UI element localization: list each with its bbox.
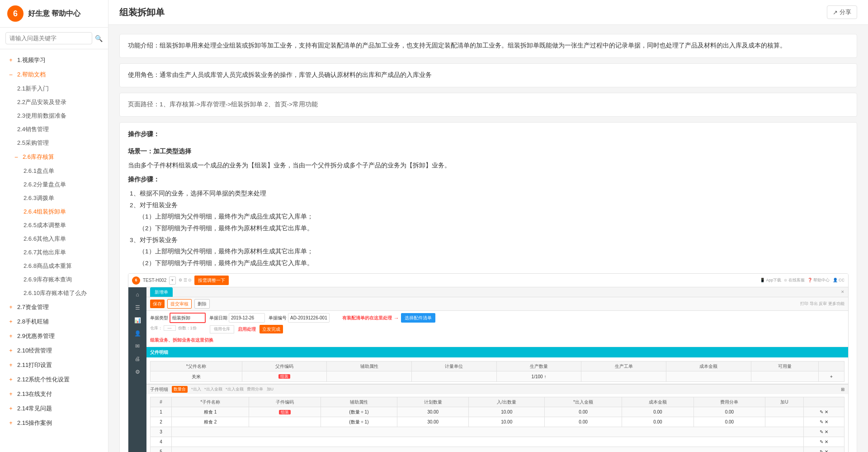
sidebar-item-2-6-4[interactable]: 2.6.4组装拆卸单 bbox=[0, 205, 108, 219]
ss-annotation2-label-row: 组装业务、拆卸业务在这里切换 bbox=[150, 335, 844, 345]
sidebar-item-2-6-10[interactable]: 2.6.10库存账本错了么办 bbox=[0, 286, 108, 300]
share-label: 分享 bbox=[840, 8, 851, 16]
sidebar-item-2-6-5[interactable]: 2.6.5成本调整单 bbox=[0, 219, 108, 232]
sidebar-item-2-3[interactable]: 2.3使用前数据准备 bbox=[0, 109, 108, 123]
ss-annotation1-container: 有装配清单的在这里处理 → 选择配件清单 bbox=[342, 313, 435, 323]
ss-top-th-7: 可用量 bbox=[751, 362, 818, 371]
sub-steps-disassemble: （1）上部明细为父件明细，最终作为原材料生成其它出库单； （2）下部明细为子件明… bbox=[137, 246, 849, 269]
ss-top-th-5: 生产工单 bbox=[581, 362, 666, 371]
ss-bt-row1-plan: 30.00 bbox=[397, 407, 469, 417]
sidebar-item-2-10[interactable]: + 2.10经营管理 bbox=[0, 343, 108, 358]
sidebar-item-2-7[interactable]: + 2.7资金管理 bbox=[0, 300, 108, 314]
sidebar-item-2-13[interactable]: + 2.13在线支付 bbox=[0, 387, 108, 401]
ss-no-label: 单据编号 bbox=[269, 314, 287, 322]
sidebar-2-7-label: 2.7资金管理 bbox=[17, 303, 49, 311]
ss-top-td-ops: + bbox=[819, 371, 844, 381]
ss-top-th-6: 成本金额 bbox=[666, 362, 751, 371]
ss-annotation1-text: 有装配清单的在这里处理 bbox=[342, 314, 392, 322]
sidebar-item-2-6-1[interactable]: 2.6.1盘点单 bbox=[0, 164, 108, 178]
ss-bt-1: *子件名称 bbox=[172, 397, 249, 407]
ss-no-value[interactable]: AD-20191226-001 bbox=[288, 313, 330, 323]
sidebar-item-2-1[interactable]: 2.1新手入门 bbox=[0, 82, 108, 95]
ss-annotation1-arrow: → bbox=[394, 314, 399, 323]
share-icon: ↗ bbox=[833, 9, 838, 16]
sidebar-2-12-label: 2.12系统个性化设置 bbox=[17, 376, 70, 384]
ss-bt-row3-empty bbox=[172, 427, 804, 437]
step-1: 1、根据不同的业务，选择不同单据的类型来处理 bbox=[128, 188, 849, 200]
sidebar-2-14-label: 2.14常见问题 bbox=[17, 404, 52, 413]
table-row: 1 粮食 1 组装 (数量 ÷ 1) 30.00 10.00 bbox=[151, 407, 844, 417]
search-icon[interactable]: 🔍 bbox=[95, 35, 103, 42]
ss-toolbar-extra: 打印 导出 反审 更多功能 bbox=[800, 300, 844, 307]
ss-bottom-section-label: 子件明细 bbox=[150, 385, 168, 393]
sidebar-item-2-15[interactable]: + 2.15操作案例 bbox=[0, 416, 108, 430]
sidebar-item-2-8[interactable]: + 2.8手机旺辅 bbox=[0, 314, 108, 329]
ss-tab-new[interactable]: 新增单 bbox=[150, 287, 173, 297]
ss-date-value[interactable]: 2019-12-26 bbox=[229, 313, 265, 323]
sidebar-item-2-2[interactable]: 2.2产品安装及登录 bbox=[0, 95, 108, 109]
share-button[interactable]: ↗ 分享 bbox=[827, 5, 857, 19]
sidebar-item-2-5[interactable]: 2.5采购管理 bbox=[0, 136, 108, 150]
ss-bt-row2-plan: 30.00 bbox=[397, 417, 469, 427]
disassemble-step-2: （2）下部明细为子件明细，最终作为产成品生成其它入库单。 bbox=[137, 257, 849, 269]
ss-type-value[interactable]: 组装拆卸 bbox=[170, 313, 206, 323]
sidebar-item-2-11[interactable]: + 2.11打印设置 bbox=[0, 358, 108, 372]
plus-icon-2-10: + bbox=[7, 347, 14, 354]
sidebar-2-10-label: 2.10经营管理 bbox=[17, 347, 52, 355]
ss-bt-0: # bbox=[151, 397, 172, 407]
sidebar-section-1-label: 1.视频学习 bbox=[17, 56, 46, 64]
search-input[interactable] bbox=[5, 32, 92, 44]
ss-top-td-name: 关米 bbox=[151, 371, 242, 381]
ss-top-th-2: 辅助属性 bbox=[327, 362, 412, 371]
ss-dropdown[interactable]: ▾ bbox=[169, 276, 176, 284]
ss-confirm-btn[interactable]: 立发完成 bbox=[259, 325, 283, 333]
logo-icon: 6 bbox=[7, 5, 24, 22]
step-3: 3、对于拆装业务 bbox=[128, 234, 849, 246]
sidebar-item-2-4[interactable]: 2.4销售管理 bbox=[0, 123, 108, 136]
sidebar-item-2-6-2[interactable]: 2.6.2分量盘点单 bbox=[0, 178, 108, 191]
sidebar-item-2-6-7[interactable]: 2.6.7其他出库单 bbox=[0, 246, 108, 259]
sidebar-item-2-6[interactable]: – 2.6库存核算 bbox=[0, 150, 108, 164]
ss-nav-setting: ⚙ bbox=[135, 367, 140, 376]
ss-top-table-container: *父件名称 父件编码 辅助属性 计量单位 生产数量 生产工单 成本金额 可用量 bbox=[146, 357, 848, 383]
ss-warehouse-select[interactable]: 领用仓库 bbox=[210, 325, 234, 333]
ss-submit-btn[interactable]: 提交审核 bbox=[167, 299, 192, 309]
ss-nav-chart: 📊 bbox=[134, 316, 141, 325]
sidebar-item-2-12[interactable]: + 2.12系统个性化设置 bbox=[0, 372, 108, 387]
ss-bt-row1-fee: 0.00 bbox=[693, 407, 765, 417]
sidebar-item-docs[interactable]: – 2.帮助文档 bbox=[0, 67, 108, 82]
ss-top-td-code: 组装 bbox=[242, 371, 327, 381]
ss-bt-row4-num: 4 bbox=[151, 437, 172, 447]
ss-right-icons: 📱 App下载 ⊙ 在线客服 ❓ 帮助中心 👤 CC bbox=[760, 277, 844, 284]
ss-bt-row2-attr: (数量 ÷ 1) bbox=[321, 417, 397, 427]
sidebar-header: 6 好生意 帮助中心 bbox=[0, 0, 108, 28]
sidebar-item-2-14[interactable]: + 2.14常见问题 bbox=[0, 401, 108, 416]
page-title: 组装拆卸单 bbox=[119, 6, 165, 19]
table-row: 关米 组装 1/100 ↑ bbox=[151, 371, 844, 381]
ss-delete-btn[interactable]: 删除 bbox=[194, 299, 210, 309]
ss-topbar-btn[interactable]: 按需调整一下 bbox=[194, 276, 229, 285]
ss-bt-row2-ops: ✎ ✕ bbox=[804, 417, 844, 427]
sidebar-item-2-9[interactable]: + 2.9优惠券管理 bbox=[0, 329, 108, 343]
sidebar-item-video[interactable]: + 1.视频学习 bbox=[0, 53, 108, 67]
ss-bottom-section-label-row: 子件明细 数量合 *出入 *出入金额 *出入金额 费用分单 加U ⊞ bbox=[146, 384, 848, 394]
ss-top-th-4: 生产数量 bbox=[496, 362, 581, 371]
ss-annotation2-text: 组装业务、拆卸业务在这里切换 bbox=[150, 336, 213, 344]
ss-save-btn[interactable]: 保存 bbox=[150, 300, 165, 308]
sidebar-item-2-6-3[interactable]: 2.6.3调拨单 bbox=[0, 191, 108, 205]
ss-date-label: 单据日期 bbox=[209, 314, 227, 322]
ss-nav-user: 👤 bbox=[134, 329, 141, 338]
screenshot-wrap: 6 TEST-H002 ▾ ⚙ ☰ ⊙ 按需调整一下 📱 App下载 ⊙ 在线客… bbox=[128, 274, 848, 452]
ss-bt-row1-name: 粮食 1 bbox=[172, 407, 249, 417]
ss-config-btn[interactable]: 选择配件清单 bbox=[401, 313, 435, 323]
sidebar-item-2-6-6[interactable]: 2.6.6其他入库单 bbox=[0, 232, 108, 246]
ss-close-icon[interactable]: ✕ bbox=[841, 289, 844, 295]
sidebar-item-2-6-9[interactable]: 2.6.9库存账本查询 bbox=[0, 273, 108, 286]
ss-bt-row5-empty bbox=[172, 447, 804, 452]
table-row: 3 ✎ ✕ bbox=[151, 427, 844, 437]
ss-top-td-unit bbox=[411, 371, 496, 381]
ss-date-field: 单据日期 2019-12-26 bbox=[209, 313, 265, 323]
plus-icon-2-7: + bbox=[7, 304, 14, 311]
sidebar-item-2-6-8[interactable]: 2.6.8商品成本重算 bbox=[0, 259, 108, 273]
ss-bt-7: 成本金额 bbox=[622, 397, 694, 407]
